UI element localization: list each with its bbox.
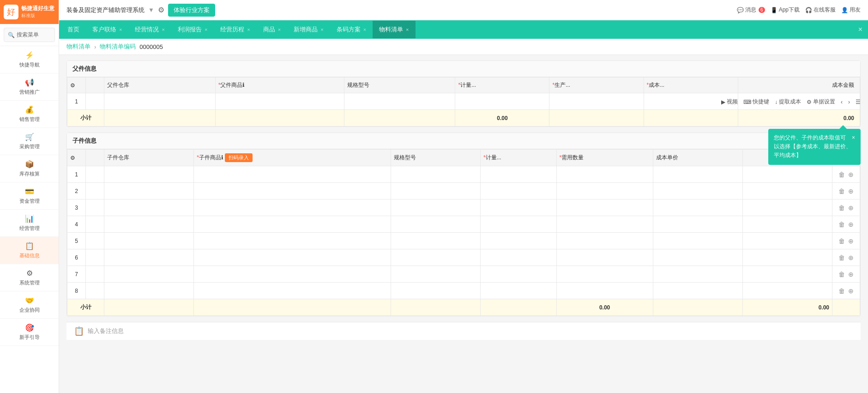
- sidebar-item-ops[interactable]: 📊 经营管理: [0, 210, 59, 237]
- child-row-warehouse-4[interactable]: [104, 216, 194, 233]
- tab-barcode-close[interactable]: ×: [363, 27, 366, 32]
- tab-goods[interactable]: 商品 ×: [257, 21, 287, 38]
- child-row-unit-6[interactable]: [481, 249, 557, 266]
- copy-icon-2[interactable]: ⊕: [848, 187, 854, 195]
- extract-cost-button[interactable]: ↓ 提取成本: [775, 98, 801, 106]
- child-row-spec-7[interactable]: [391, 266, 480, 283]
- message-action[interactable]: 💬 消息 6: [737, 6, 765, 14]
- tab-ops-history-close[interactable]: ×: [247, 27, 250, 32]
- child-row-warehouse-5[interactable]: [104, 233, 194, 249]
- child-row-spec-2[interactable]: [391, 183, 480, 200]
- tab-ops-status-close[interactable]: ×: [162, 27, 164, 32]
- tab-profit[interactable]: 利润报告 ×: [171, 21, 214, 38]
- child-row-product-6[interactable]: [194, 249, 391, 266]
- child-row-warehouse-7[interactable]: [104, 266, 194, 283]
- delete-icon-3[interactable]: 🗑: [838, 204, 845, 212]
- child-row-unit-cost-2[interactable]: [653, 183, 742, 200]
- sidebar-item-system[interactable]: ⚙ 系统管理: [0, 264, 59, 291]
- parent-row-product[interactable]: [215, 93, 344, 110]
- dropdown-icon[interactable]: ▼: [148, 6, 154, 13]
- video-button[interactable]: ▶ 视频: [721, 98, 738, 106]
- tab-customer-close[interactable]: ×: [119, 27, 122, 32]
- tab-home[interactable]: 首页: [61, 21, 86, 38]
- sidebar-item-sales[interactable]: 💰 销售管理: [0, 101, 59, 128]
- parent-th-settings[interactable]: ⚙: [67, 78, 86, 93]
- tab-customer[interactable]: 客户联络 ×: [86, 21, 128, 38]
- child-row-quantity-2[interactable]: [556, 183, 653, 200]
- tab-bom[interactable]: 物料清单 ×: [373, 21, 415, 38]
- user-action[interactable]: 👤 用友: [841, 6, 861, 14]
- delete-icon-7[interactable]: 🗑: [838, 271, 845, 278]
- child-row-spec-1[interactable]: [391, 166, 480, 183]
- copy-icon-7[interactable]: ⊕: [848, 271, 854, 278]
- delete-icon-8[interactable]: 🗑: [838, 287, 845, 295]
- child-row-product-5[interactable]: [194, 233, 391, 249]
- child-row-unit-5[interactable]: [481, 233, 557, 249]
- sidebar-item-basic[interactable]: 📋 基础信息: [0, 237, 59, 264]
- app-download-action[interactable]: 📱 App下载: [771, 6, 800, 14]
- child-th-settings[interactable]: ⚙: [67, 150, 86, 166]
- child-row-product-4[interactable]: [194, 216, 391, 233]
- child-row-warehouse-8[interactable]: [104, 283, 194, 299]
- copy-icon-8[interactable]: ⊕: [848, 287, 854, 295]
- sidebar-item-marketing[interactable]: 📢 营销推广: [0, 73, 59, 101]
- tab-bom-close[interactable]: ×: [406, 27, 409, 32]
- delete-icon-1[interactable]: 🗑: [838, 171, 845, 178]
- copy-icon-5[interactable]: ⊕: [848, 237, 854, 245]
- child-row-unit-3[interactable]: [481, 200, 557, 216]
- delete-icon-2[interactable]: 🗑: [838, 187, 845, 195]
- child-row-product-8[interactable]: [194, 283, 391, 299]
- child-row-warehouse-2[interactable]: [104, 183, 194, 200]
- child-row-spec-8[interactable]: [391, 283, 480, 299]
- scan-button[interactable]: 扫码录入: [225, 153, 253, 162]
- child-row-warehouse-3[interactable]: [104, 200, 194, 216]
- nav-next-button[interactable]: ›: [848, 99, 850, 105]
- copy-icon-1[interactable]: ⊕: [848, 171, 854, 178]
- child-row-quantity-3[interactable]: [556, 200, 653, 216]
- child-row-product-3[interactable]: [194, 200, 391, 216]
- shortcut-button[interactable]: ⌨ 快捷键: [743, 98, 769, 106]
- delete-icon-6[interactable]: 🗑: [838, 254, 845, 261]
- tab-ops-history[interactable]: 经营历程 ×: [214, 21, 256, 38]
- online-service-action[interactable]: 🎧 在线客服: [805, 6, 836, 14]
- child-row-unit-2[interactable]: [481, 183, 557, 200]
- child-row-unit-cost-3[interactable]: [653, 200, 742, 216]
- child-row-quantity-5[interactable]: [556, 233, 653, 249]
- child-row-quantity-4[interactable]: [556, 216, 653, 233]
- notes-placeholder[interactable]: 输入备注信息: [88, 327, 124, 335]
- child-row-unit-8[interactable]: [481, 283, 557, 299]
- child-row-unit-cost-4[interactable]: [653, 216, 742, 233]
- tab-profit-close[interactable]: ×: [205, 27, 207, 32]
- copy-icon-6[interactable]: ⊕: [848, 254, 854, 261]
- child-row-spec-6[interactable]: [391, 249, 480, 266]
- copy-icon-3[interactable]: ⊕: [848, 204, 854, 212]
- child-row-spec-4[interactable]: [391, 216, 480, 233]
- parent-row-spec[interactable]: [344, 93, 455, 110]
- view-toggle-button[interactable]: ☰: [856, 99, 861, 105]
- single-settings-button[interactable]: ⚙ 单据设置: [807, 98, 835, 106]
- parent-row-warehouse[interactable]: [104, 93, 216, 110]
- child-row-warehouse-6[interactable]: [104, 249, 194, 266]
- tab-goods-close[interactable]: ×: [278, 27, 281, 32]
- tab-new-goods[interactable]: 新增商品 ×: [287, 21, 330, 38]
- sidebar-item-collab[interactable]: 🤝 企业协同: [0, 291, 59, 319]
- child-row-unit-cost-5[interactable]: [653, 233, 742, 249]
- child-row-product-7[interactable]: [194, 266, 391, 283]
- breadcrumb-parent[interactable]: 物料清单: [66, 42, 90, 51]
- tab-new-goods-close[interactable]: ×: [320, 27, 323, 32]
- child-row-unit-cost-8[interactable]: [653, 283, 742, 299]
- sidebar-item-finance[interactable]: 💳 资金管理: [0, 182, 59, 210]
- sidebar-item-quick-nav[interactable]: ⚡ 快捷导航: [0, 46, 59, 73]
- search-button[interactable]: 🔍 搜索菜单: [4, 28, 55, 42]
- sidebar-item-purchase[interactable]: 🛒 采购管理: [0, 128, 59, 155]
- child-row-product-2[interactable]: [194, 183, 391, 200]
- child-row-spec-5[interactable]: [391, 233, 480, 249]
- child-row-product-1[interactable]: [194, 166, 391, 183]
- child-row-unit-cost-6[interactable]: [653, 249, 742, 266]
- child-row-warehouse-1[interactable]: [104, 166, 194, 183]
- child-row-quantity-7[interactable]: [556, 266, 653, 283]
- tab-ops-status[interactable]: 经营情况 ×: [128, 21, 171, 38]
- child-row-unit-4[interactable]: [481, 216, 557, 233]
- child-row-quantity-6[interactable]: [556, 249, 653, 266]
- parent-row-production[interactable]: [549, 93, 644, 110]
